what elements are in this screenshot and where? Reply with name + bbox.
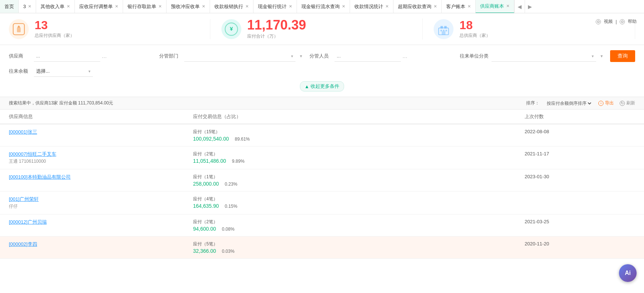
close-tab-cash-bank-flow-icon[interactable]: ✕ xyxy=(342,4,345,9)
supplier-name-link[interactable]: [000001]张三 xyxy=(9,129,193,135)
tx-amount-link[interactable]: 258,000.00 xyxy=(193,181,219,187)
supplier-name-link[interactable]: [001]广州荣轩 xyxy=(9,196,193,203)
supplier-name-link[interactable]: [000007]恒旺二手叉车 xyxy=(9,151,193,158)
tx-amount-link[interactable]: 32,366.00 xyxy=(193,248,216,254)
filter-supplier: 供应商 … xyxy=(9,51,152,62)
filter-row-2: 往来余额 选择... xyxy=(9,66,635,77)
stat-label-payable-suppliers: 总应付供应商（家） xyxy=(35,32,74,39)
tx-percent: 0.23% xyxy=(225,182,237,187)
nav-tab-overdue-query[interactable]: 超期应收款查询 ✕ xyxy=(393,0,442,13)
ai-badge[interactable]: Ai xyxy=(619,264,637,282)
dept-select[interactable] xyxy=(184,51,295,62)
tx-info-cell: 应付（15笔） 100,092,540.00 89.61% xyxy=(193,129,525,142)
col-header-supplier: 供应商信息 xyxy=(9,113,193,120)
table-row: [000001]张三 应付（15笔） 100,092,540.00 89.61%… xyxy=(0,124,644,146)
stats-bar: 13 总应付供应商（家） ¥ 11,170.39 应付合计（万） xyxy=(0,13,644,45)
svg-rect-8 xyxy=(444,26,447,28)
sort-label: 排序： xyxy=(526,100,539,106)
payable-amount-icon: ¥ xyxy=(221,19,241,39)
dept-filter-label: 分管部门 xyxy=(159,53,181,59)
close-tab-bank-deposit-icon[interactable]: ✕ xyxy=(158,4,162,9)
search-button[interactable]: 查询 xyxy=(610,50,635,62)
supplier-info-cell: [000007]恒旺二手叉车 王通 17106110000 xyxy=(9,151,193,165)
nav-tab-3[interactable]: 3 ✕ xyxy=(19,0,36,13)
unit-class-select[interactable] xyxy=(491,51,596,62)
close-tab-cash-bank-stat-icon[interactable]: ✕ xyxy=(289,4,292,9)
close-tab-customer-account-icon[interactable]: ✕ xyxy=(468,4,471,9)
nav-prev-icon[interactable]: ◀ xyxy=(514,0,525,13)
sort-select[interactable]: 按应付余额倒序排序 xyxy=(545,100,592,106)
tx-info-cell: 应付（2笔） 94,600.00 0.08% xyxy=(193,219,525,232)
filter-balance: 往来余额 选择... xyxy=(9,66,635,77)
tx-amount-link[interactable]: 94,600.00 xyxy=(193,226,216,232)
collapse-button[interactable]: ▲ 收起更多条件 xyxy=(300,81,344,92)
help-link[interactable]: 帮助 xyxy=(628,18,637,25)
svg-text:¥: ¥ xyxy=(230,25,233,32)
nav-next-icon[interactable]: ▶ xyxy=(525,0,535,13)
last-pay-date: 2022-08-08 xyxy=(525,129,549,134)
nav-tab-home[interactable]: 首页 xyxy=(0,0,19,13)
last-pay-cell: 2021-11-17 xyxy=(525,151,635,156)
export-button[interactable]: ○ 导出 xyxy=(598,100,614,106)
tx-label: 应付（2笔） xyxy=(193,219,525,225)
close-tab-collect-stat-icon[interactable]: ✕ xyxy=(385,4,389,9)
stat-total-payable-amount: ¥ 11,170.39 应付合计（万） xyxy=(210,18,423,39)
nav-tab-ar-adjust[interactable]: 应收应付调整单 ✕ xyxy=(75,0,123,13)
last-pay-date: 2021-11-17 xyxy=(525,151,549,156)
supplier-sub: 王通 17106110000 xyxy=(9,158,193,165)
table-row: [000002]李四 应付（5笔） 32,366.00 0.03% 2020-1… xyxy=(0,237,644,259)
close-tab-3-icon[interactable]: ✕ xyxy=(28,4,31,9)
nav-tab-collect-review[interactable]: 收款核销执行 ✕ xyxy=(210,0,253,13)
filter-dept: 分管部门 ▾ xyxy=(159,51,302,62)
person-more-icon[interactable]: … xyxy=(402,53,407,59)
tx-info-cell: 应付（2笔） 11,051,486.00 9.89% xyxy=(193,151,525,164)
top-right-links: ⊙ 视频 | ⊙ 帮助 xyxy=(596,18,637,25)
filter-area: 供应商 … 分管部门 ▾ 分管人员 … 往来单位分类 xyxy=(0,45,644,97)
supplier-input[interactable] xyxy=(34,51,100,62)
nav-tab-other-income[interactable]: 其他收入单 ✕ xyxy=(36,0,75,13)
close-tab-ar-adjust-icon[interactable]: ✕ xyxy=(115,4,118,9)
close-tab-other-income-icon[interactable]: ✕ xyxy=(67,4,70,9)
tx-amount-link[interactable]: 100,092,540.00 xyxy=(193,136,229,142)
last-pay-date: 2021-03-25 xyxy=(525,219,549,224)
nav-tab-cash-bank-flow[interactable]: 现金银行流水查询 ✕ xyxy=(297,0,350,13)
person-input[interactable] xyxy=(335,51,401,62)
nav-tab-cash-bank-stat[interactable]: 现金银行统计 ✕ xyxy=(253,0,297,13)
nav-tab-bank-deposit[interactable]: 银行存取款单 ✕ xyxy=(123,0,167,13)
stat-number-payable-suppliers: 13 xyxy=(35,19,74,31)
nav-tab-collect-stat[interactable]: 收款情况统计 ✕ xyxy=(350,0,393,13)
nav-tab-advance-reconcile[interactable]: 预收冲应收单 ✕ xyxy=(167,0,210,13)
stat-label-total-suppliers: 总供应商（家） xyxy=(459,32,490,39)
supplier-name-link[interactable]: [000100]本特勤油品有限公司 xyxy=(9,174,193,180)
filter-unit-class: 往来单位分类 ▾ xyxy=(460,51,603,62)
nav-tab-customer-account[interactable]: 客户账本 ✕ xyxy=(442,0,476,13)
nav-tab-supplier-account[interactable]: 供应商账本 ✕ xyxy=(476,0,514,13)
close-tab-supplier-account-icon[interactable]: ✕ xyxy=(506,4,510,8)
filter-person: 分管人员 … xyxy=(309,51,452,62)
close-tab-overdue-query-icon[interactable]: ✕ xyxy=(434,4,437,9)
col-header-tx: 应付交易信息（占比） xyxy=(193,113,525,120)
stat-number-payable-amount: 11,170.39 xyxy=(247,18,306,32)
supplier-info-cell: [000001]张三 xyxy=(9,129,193,135)
svg-rect-12 xyxy=(442,31,445,34)
supplier-more-icon[interactable]: … xyxy=(102,53,107,59)
table-header-row: 供应商信息 应付交易信息（占比） 上次付数 xyxy=(0,110,644,124)
tx-label: 应付（15笔） xyxy=(193,129,525,135)
export-icon: ○ xyxy=(598,101,603,106)
balance-select[interactable]: 选择... xyxy=(34,66,93,77)
tx-label: 应付（5笔） xyxy=(193,241,525,247)
dept-select-wrap xyxy=(184,51,295,62)
balance-select-wrap: 选择... xyxy=(34,66,93,77)
close-tab-advance-reconcile-icon[interactable]: ✕ xyxy=(202,4,205,9)
table-row: [000007]恒旺二手叉车 王通 17106110000 应付（2笔） 11,… xyxy=(0,146,644,169)
last-pay-cell: 2022-08-08 xyxy=(525,129,635,134)
table-row: [000012]广州贝瑞 应付（2笔） 94,600.00 0.08% 2021… xyxy=(0,214,644,237)
supplier-name-link[interactable]: [000012]广州贝瑞 xyxy=(9,219,193,225)
close-tab-collect-review-icon[interactable]: ✕ xyxy=(245,4,249,9)
refresh-button[interactable]: ↻ 刷新 xyxy=(620,100,635,106)
stat-number-total-suppliers: 18 xyxy=(459,19,490,31)
tx-amount-link[interactable]: 164,635.90 xyxy=(193,203,219,209)
tx-amount-link[interactable]: 11,051,486.00 xyxy=(193,158,226,164)
video-link[interactable]: 视频 xyxy=(604,18,613,25)
supplier-name-link[interactable]: [000002]李四 xyxy=(9,241,193,248)
